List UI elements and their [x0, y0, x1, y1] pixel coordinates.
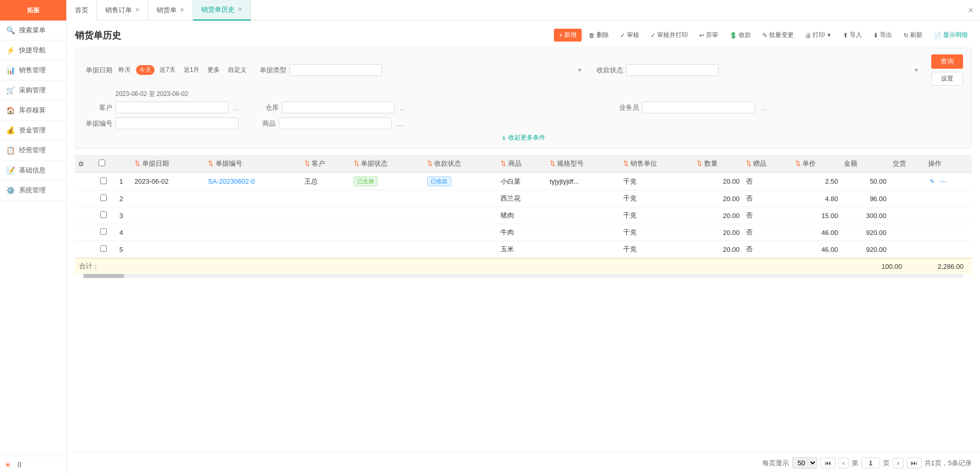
col-checkbox[interactable] [95, 155, 111, 173]
tab-sales-order[interactable]: 销售订单 ✕ [97, 0, 148, 21]
scroll-thumb[interactable] [83, 274, 124, 278]
date-tag-1month[interactable]: 近1月 [181, 65, 203, 75]
goods-ellipsis[interactable]: ... [395, 120, 405, 128]
collect-status-select[interactable] [626, 64, 719, 76]
last-page-button[interactable]: ⏭ [907, 458, 921, 468]
filter-doc-type: 单据类型 ▼ [258, 64, 586, 76]
audit-print-button[interactable]: ✓ 审核并打印 [646, 29, 692, 42]
sidebar-item-sales-mgmt[interactable]: 📊 销售管理 [0, 61, 66, 81]
sidebar-item-quick-nav[interactable]: ⚡ 快捷导航 [0, 41, 66, 61]
sidebar-bottom-icon2[interactable]: ⏸ [15, 460, 24, 470]
first-page-button[interactable]: ⏮ [820, 458, 835, 468]
sidebar-item-stock-calc[interactable]: 🏠 库存核算 [0, 101, 66, 121]
print-button[interactable]: 🖨 打印 ▼ [801, 29, 836, 42]
edit-action-btn[interactable]: ✎ [928, 178, 936, 185]
sidebar-item-basic-info[interactable]: 📝 基础信息 [0, 161, 66, 181]
date-tag-custom[interactable]: 自定义 [225, 65, 249, 75]
row-checkbox-cell[interactable] [95, 241, 111, 258]
col-customer[interactable]: ⇅ 客户 [301, 155, 351, 173]
next-page-button[interactable]: › [893, 458, 903, 468]
scroll-bar[interactable] [83, 274, 964, 278]
row-checkbox-cell[interactable] [95, 207, 111, 224]
goods-input[interactable] [279, 117, 392, 129]
refresh-button[interactable]: ↻ 刷新 [899, 29, 927, 42]
tab-sales-delivery[interactable]: 销货单 ✕ [148, 0, 193, 21]
col-gift[interactable]: ⇅ 赠品 [743, 155, 792, 173]
tab-sales-delivery-close[interactable]: ✕ [180, 7, 184, 13]
row-settings-cell [75, 173, 95, 190]
col-doc-no[interactable]: ⇅ 单据编号 [205, 155, 301, 173]
row-doc-no[interactable] [205, 241, 301, 258]
import-button[interactable]: ⬆ 导入 [839, 29, 866, 42]
export-button[interactable]: ⬇ 导出 [869, 29, 896, 42]
tabs-close-all[interactable]: ✕ [962, 6, 980, 14]
delete-button[interactable]: 🗑 删除 [585, 29, 613, 42]
date-tag-yesterday[interactable]: 昨天 [116, 65, 134, 75]
col-unit-price[interactable]: ⇅ 单价 [792, 155, 841, 173]
salesperson-ellipsis[interactable]: ... [758, 104, 768, 112]
col-quantity[interactable]: ⇅ 数量 [694, 155, 743, 173]
select-all-checkbox[interactable] [99, 160, 105, 166]
more-action-btn[interactable]: ⋯ [938, 178, 948, 185]
sidebar-item-ops-mgmt[interactable]: 📋 经营管理 [0, 141, 66, 161]
date-tag-today[interactable]: 今天 [136, 65, 155, 75]
col-goods[interactable]: ⇅ 商品 [497, 155, 547, 173]
col-doc-date[interactable]: ⇅ 单据日期 [131, 155, 205, 173]
col-num-header [111, 155, 131, 173]
sidebar-item-purchase-mgmt[interactable]: 🛒 采购管理 [0, 81, 66, 101]
row-checkbox-cell[interactable] [95, 190, 111, 207]
page-number-input[interactable]: 1 [861, 458, 880, 468]
per-page-select[interactable]: 50 [792, 457, 817, 469]
row-doc-no[interactable] [205, 190, 301, 207]
col-settings[interactable]: ⚙ [75, 155, 95, 173]
prev-page-button[interactable]: ‹ [838, 458, 849, 468]
col-collect-status[interactable]: ⇅ 收款状态 [424, 155, 497, 173]
row-checkbox[interactable] [100, 177, 107, 184]
doc-no-input[interactable] [116, 117, 239, 129]
date-tag-7days[interactable]: 近7天 [157, 65, 179, 75]
row-actions [925, 241, 972, 258]
salesperson-input[interactable] [642, 102, 755, 113]
row-doc-no[interactable]: SA-20230602-0 [205, 173, 301, 190]
row-checkbox[interactable] [100, 228, 107, 235]
warehouse-ellipsis[interactable]: ... [398, 104, 408, 112]
row-checkbox[interactable] [100, 245, 107, 252]
row-doc-no[interactable] [205, 207, 301, 224]
row-settings-cell [75, 224, 95, 241]
doc-type-select[interactable] [290, 64, 382, 76]
tab-sales-history-close[interactable]: ✕ [238, 6, 242, 13]
fund-mgmt-icon: 💰 [6, 126, 15, 134]
abandon-button[interactable]: ↩ 弃审 [695, 29, 722, 42]
batch-change-button[interactable]: ✎ 批量变更 [758, 29, 798, 42]
audit-button[interactable]: ✓ 审核 [616, 29, 643, 42]
row-checkbox[interactable] [100, 194, 107, 201]
collapse-btn[interactable]: ∧ 收起更多条件 [84, 133, 963, 142]
new-button[interactable]: + 新增 [554, 29, 582, 42]
tab-sales-order-close[interactable]: ✕ [135, 7, 140, 13]
customer-input[interactable] [116, 102, 228, 113]
query-button[interactable]: 查询 [931, 54, 963, 69]
row-checkbox-cell[interactable] [95, 224, 111, 241]
warehouse-input[interactable] [282, 102, 395, 113]
settings-gear-icon[interactable]: ⚙ [78, 160, 84, 168]
collect-button[interactable]: 💲 收款 [725, 29, 755, 42]
row-transaction [890, 207, 925, 224]
tab-sales-history[interactable]: 销货单历史 ✕ [193, 0, 251, 21]
tab-home[interactable]: 首页 [67, 0, 97, 21]
date-tag-more[interactable]: 更多 [204, 65, 223, 75]
col-unit[interactable]: ⇅ 销售单位 [620, 155, 694, 173]
tabs-bar: 首页 销售订单 ✕ 销货单 ✕ 销货单历史 ✕ ✕ [67, 0, 980, 21]
show-detail-button[interactable]: 📄 显示明细 [930, 29, 972, 42]
customer-ellipsis[interactable]: ... [232, 104, 242, 112]
col-spec[interactable]: ⇅ 规格型号 [547, 155, 620, 173]
sidebar-item-fund-mgmt[interactable]: 💰 资金管理 [0, 121, 66, 141]
row-checkbox[interactable] [100, 211, 107, 218]
sidebar-item-sys-mgmt[interactable]: ⚙️ 系统管理 [0, 181, 66, 201]
set-button[interactable]: 设置 [931, 72, 963, 86]
sidebar-item-search-menu[interactable]: 🔍 搜索菜单 [0, 21, 66, 41]
row-doc-no[interactable] [205, 224, 301, 241]
sidebar-bottom-icon1[interactable]: ☀ [4, 460, 11, 470]
tab-sales-order-label: 销售订单 [105, 6, 132, 15]
row-checkbox-cell[interactable] [95, 173, 111, 190]
col-doc-status[interactable]: ⇅ 单据状态 [351, 155, 424, 173]
